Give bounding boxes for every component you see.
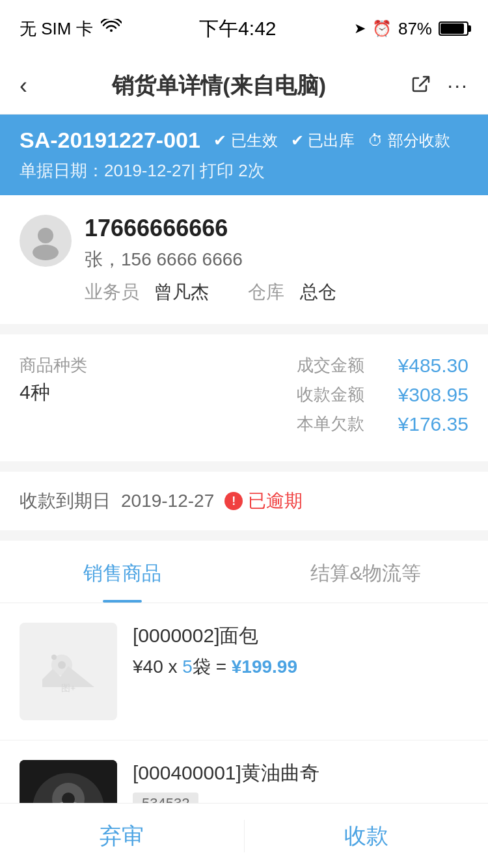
customer-section: 17666666666 张，156 6666 6666 业务员 曾凡杰 仓库 总… — [0, 195, 488, 324]
svg-text:图+: 图+ — [61, 683, 75, 693]
base-price-1: ¥40 — [133, 657, 163, 677]
customer-name-phone: 张，156 6666 6666 — [85, 247, 468, 272]
product-code-1: [0000002] — [133, 625, 219, 646]
order-date-info: 单据日期：2019-12-27| 打印 2次 — [20, 159, 468, 182]
equals-1: = — [216, 657, 232, 677]
product-name-1: 面包 — [219, 625, 258, 646]
nav-actions: ··· — [411, 73, 468, 99]
product-types-label: 商品种类 — [20, 354, 87, 377]
product-types-value: 4种 — [20, 379, 87, 406]
share-button[interactable] — [411, 73, 431, 99]
deal-amount-value: ¥485.30 — [377, 355, 468, 377]
due-value: ¥176.35 — [377, 413, 468, 435]
due-date-value: 2019-12-27 — [121, 491, 214, 511]
status-badge-active: ✔ 已生效 — [213, 130, 278, 151]
list-item: 图+ [0000002]面包 ¥40 x 5袋 = ¥199.99 — [0, 603, 488, 740]
more-button[interactable]: ··· — [447, 74, 468, 98]
customer-meta: 业务员 曾凡杰 仓库 总仓 — [85, 280, 468, 305]
status-time: 下午4:42 — [199, 16, 276, 42]
product-details-1: [0000002]面包 ¥40 x 5袋 = ¥199.99 — [133, 623, 468, 679]
due-date-label: 收款到期日 — [20, 489, 111, 513]
bottom-bar: 弃审 收款 — [0, 803, 488, 868]
svg-point-4 — [51, 655, 57, 660]
tab-settlement[interactable]: 结算&物流等 — [244, 541, 488, 603]
tabs-section: 销售商品 结算&物流等 — [0, 541, 488, 603]
tab-products-label: 销售商品 — [83, 562, 161, 584]
page-title: 销货单详情(来自电脑) — [112, 71, 326, 101]
total-1: ¥199.99 — [232, 657, 297, 677]
stats-section: 商品种类 4种 成交金额 ¥485.30 收款金额 ¥308.95 本单欠款 ¥… — [0, 334, 488, 461]
overdue-dot-icon: ! — [224, 492, 243, 510]
back-button[interactable]: ‹ — [20, 72, 27, 100]
warehouse-label: 仓库 — [248, 282, 284, 302]
carrier-label: 无 SIM 卡 — [20, 18, 93, 40]
svg-point-0 — [38, 228, 53, 243]
product-code-name-2: [000400001]黄油曲奇 — [133, 760, 468, 787]
due-label: 本单欠款 — [297, 413, 364, 435]
product-thumbnail-1: 图+ — [20, 623, 117, 720]
svg-point-3 — [58, 661, 66, 669]
collected-value: ¥308.95 — [377, 384, 468, 406]
salesperson-label: 业务员 — [85, 282, 139, 302]
overdue-label: 已逾期 — [248, 489, 303, 513]
status-badge-shipped: ✔ 已出库 — [291, 130, 355, 151]
tab-settlement-label: 结算&物流等 — [310, 562, 421, 584]
customer-info: 17666666666 张，156 6666 6666 业务员 曾凡杰 仓库 总… — [85, 215, 468, 305]
warehouse-value: 总仓 — [300, 282, 336, 302]
status-badge-partial: ⏱ 部分收款 — [368, 130, 450, 151]
collected-row: 收款金额 ¥308.95 — [297, 383, 468, 406]
multiply-1: x — [169, 657, 183, 677]
deal-amount-label: 成交金额 — [297, 354, 364, 377]
product-code-name-1: [0000002]面包 — [133, 623, 468, 649]
product-name-2: 黄油曲奇 — [241, 762, 319, 783]
nav-bar: ‹ 销货单详情(来自电脑) ··· — [0, 57, 488, 115]
amount-stats: 成交金额 ¥485.30 收款金额 ¥308.95 本单欠款 ¥176.35 — [297, 354, 468, 442]
product-types: 商品种类 4种 — [20, 354, 87, 406]
cancel-button[interactable]: 弃审 — [0, 808, 244, 864]
svg-point-1 — [33, 245, 59, 260]
print-suffix: 次 — [248, 161, 265, 180]
unit-1: 袋 — [193, 657, 211, 677]
quantity-1: 5 — [182, 657, 193, 677]
deal-amount-row: 成交金额 ¥485.30 — [297, 354, 468, 377]
due-row: 本单欠款 ¥176.35 — [297, 413, 468, 435]
product-placeholder-icon-1: 图+ — [20, 623, 117, 720]
salesperson-value: 曾凡杰 — [154, 282, 209, 302]
print-count: 2 — [238, 161, 247, 180]
order-header-banner: SA-20191227-001 ✔ 已生效 ✔ 已出库 ⏱ 部分收款 单据日期：… — [0, 115, 488, 195]
order-header-top: SA-20191227-001 ✔ 已生效 ✔ 已出库 ⏱ 部分收款 — [20, 128, 468, 153]
alarm-icon: ⏰ — [372, 20, 392, 38]
avatar — [20, 215, 72, 267]
order-id: SA-20191227-001 — [20, 128, 200, 153]
order-date: 2019-12-27 — [104, 161, 191, 180]
tab-products[interactable]: 销售商品 — [0, 541, 244, 603]
print-label: | 打印 — [191, 161, 234, 180]
status-right: ➤ ⏰ 87% — [354, 19, 468, 39]
battery-icon — [439, 21, 468, 36]
customer-id: 17666666666 — [85, 215, 468, 242]
overdue-badge: ! 已逾期 — [224, 489, 303, 513]
status-bar: 无 SIM 卡 下午4:42 ➤ ⏰ 87% — [0, 0, 488, 57]
date-label: 单据日期： — [20, 161, 104, 180]
collected-label: 收款金额 — [297, 383, 364, 406]
location-icon: ➤ — [354, 20, 366, 37]
due-section: 收款到期日 2019-12-27 ! 已逾期 — [0, 472, 488, 530]
status-left: 无 SIM 卡 — [20, 18, 122, 40]
confirm-button[interactable]: 收款 — [245, 808, 489, 864]
battery-percent: 87% — [398, 19, 432, 39]
product-price-1: ¥40 x 5袋 = ¥199.99 — [133, 655, 468, 679]
wifi-icon — [101, 18, 122, 39]
product-code-2: [000400001] — [133, 762, 241, 783]
